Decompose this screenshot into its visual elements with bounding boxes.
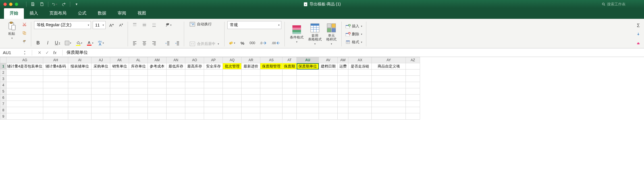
row-header-6[interactable]: 6: [0, 95, 7, 101]
cell-AW1[interactable]: 运费: [338, 63, 348, 69]
cell-AV8[interactable]: [319, 107, 338, 113]
spreadsheet-grid[interactable]: AGAHAIAJAKALAMANAOAPAQARASATAUAVAWAXAYAZ…: [0, 57, 644, 120]
italic-button[interactable]: I: [44, 39, 52, 47]
cell-AN6[interactable]: [167, 95, 185, 101]
cell-AJ2[interactable]: [92, 69, 110, 76]
cell-AL6[interactable]: [129, 95, 148, 101]
cell-AY1[interactable]: 商品自定义项: [372, 63, 406, 69]
cell-AK4[interactable]: [110, 82, 129, 88]
cell-AL9[interactable]: [129, 113, 148, 120]
cell-AQ2[interactable]: [223, 69, 242, 76]
cell-AI3[interactable]: [68, 76, 92, 82]
cell-AM6[interactable]: [148, 95, 167, 101]
col-header-AK[interactable]: AK: [110, 57, 129, 63]
percent-button[interactable]: %: [238, 39, 246, 47]
cell-AM4[interactable]: [148, 82, 167, 88]
cell-AI5[interactable]: [68, 88, 92, 95]
underline-button[interactable]: U▾: [53, 39, 62, 47]
cell-AT7[interactable]: [282, 101, 297, 107]
save-alt-icon[interactable]: [39, 1, 45, 7]
row-header-2[interactable]: 2: [0, 69, 7, 76]
row-header-5[interactable]: 5: [0, 88, 7, 95]
cell-AV7[interactable]: [319, 101, 338, 107]
col-header-AQ[interactable]: AQ: [223, 57, 242, 63]
cell-AH7[interactable]: [43, 101, 68, 107]
cell-AW7[interactable]: [338, 101, 348, 107]
cell-AQ9[interactable]: [223, 113, 242, 120]
col-header-AG[interactable]: AG: [7, 57, 43, 63]
cell-AV9[interactable]: [319, 113, 338, 120]
col-header-AM[interactable]: AM: [148, 57, 167, 63]
font-color-button[interactable]: A▾: [86, 39, 95, 47]
col-header-AS[interactable]: AS: [260, 57, 282, 63]
cell-AT4[interactable]: [282, 82, 297, 88]
cell-AH8[interactable]: [43, 107, 68, 113]
cell-AK7[interactable]: [110, 101, 129, 107]
fill-color-button[interactable]: ▾: [74, 39, 84, 47]
cell-AM2[interactable]: [148, 69, 167, 76]
cell-AP8[interactable]: [204, 107, 223, 113]
cell-AJ3[interactable]: [92, 76, 110, 82]
number-format-picker[interactable]: 常规▾: [227, 21, 281, 29]
tab-layout[interactable]: 页面布局: [44, 8, 72, 19]
cell-AW8[interactable]: [338, 107, 348, 113]
tab-formulas[interactable]: 公式: [72, 8, 92, 19]
search-sheet[interactable]: [602, 2, 641, 6]
cell-AH5[interactable]: [43, 88, 68, 95]
cell-AX2[interactable]: [348, 69, 372, 76]
close-icon[interactable]: [3, 3, 7, 6]
cell-AN4[interactable]: [167, 82, 185, 88]
cell-AJ5[interactable]: [92, 88, 110, 95]
cell-AK5[interactable]: [110, 88, 129, 95]
cell-AU9[interactable]: [297, 113, 319, 120]
cell-AH2[interactable]: [43, 69, 68, 76]
col-header-AX[interactable]: AX: [348, 57, 372, 63]
cell-AK8[interactable]: [110, 107, 129, 113]
cell-AH6[interactable]: [43, 95, 68, 101]
col-header-AP[interactable]: AP: [204, 57, 223, 63]
tab-insert[interactable]: 插入: [24, 8, 44, 19]
phonetic-button[interactable]: abcA▾: [97, 39, 106, 47]
cell-AZ1[interactable]: [406, 63, 420, 69]
paste-button[interactable]: 粘贴 ▾: [5, 21, 19, 48]
chevron-up-icon[interactable]: ▴: [23, 50, 27, 53]
row-header-4[interactable]: 4: [0, 82, 7, 88]
redo-icon[interactable]: [61, 1, 67, 7]
cell-AY5[interactable]: [372, 88, 406, 95]
cell-AN2[interactable]: [167, 69, 185, 76]
cell-AR4[interactable]: [242, 82, 260, 88]
col-header-AU[interactable]: AU: [297, 57, 319, 63]
cell-AI9[interactable]: [68, 113, 92, 120]
cell-AM1[interactable]: 参考成本: [148, 63, 167, 69]
enter-formula-icon[interactable]: ✓: [45, 50, 49, 55]
col-header-AZ[interactable]: AZ: [406, 57, 420, 63]
cell-AK9[interactable]: [110, 113, 129, 120]
cell-AU8[interactable]: [297, 107, 319, 113]
decrease-decimal-button[interactable]: .00: [270, 39, 282, 47]
cell-AG7[interactable]: [7, 101, 43, 107]
cell-AT5[interactable]: [282, 88, 297, 95]
cell-AT1[interactable]: 保质期: [282, 63, 297, 69]
cell-AS3[interactable]: [260, 76, 282, 82]
align-right-button[interactable]: [150, 39, 158, 47]
insert-cells-button[interactable]: 插入▾: [344, 23, 363, 30]
cell-AG5[interactable]: [7, 88, 43, 95]
cell-AJ6[interactable]: [92, 95, 110, 101]
col-header-AV[interactable]: AV: [319, 57, 338, 63]
col-header-AW[interactable]: AW: [338, 57, 348, 63]
cell-AV4[interactable]: [319, 82, 338, 88]
font-size-picker[interactable]: 11▾: [93, 21, 106, 29]
col-header-AN[interactable]: AN: [167, 57, 185, 63]
col-header-AY[interactable]: AY: [372, 57, 406, 63]
search-input[interactable]: [607, 2, 641, 6]
cell-AV6[interactable]: [319, 95, 338, 101]
cell-AM8[interactable]: [148, 107, 167, 113]
cell-AG9[interactable]: [7, 113, 43, 120]
cell-AI6[interactable]: [68, 95, 92, 101]
cell-AW5[interactable]: [338, 88, 348, 95]
col-header-AH[interactable]: AH: [43, 57, 68, 63]
cell-AZ9[interactable]: [406, 113, 420, 120]
cell-AR3[interactable]: [242, 76, 260, 82]
row-header-7[interactable]: 7: [0, 101, 7, 107]
cell-AI4[interactable]: [68, 82, 92, 88]
